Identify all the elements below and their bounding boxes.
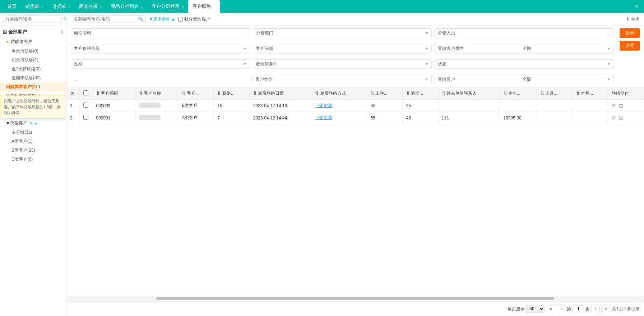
sidebar-search-input[interactable] (3, 15, 62, 23)
table-settings-icon[interactable]: ⚙ (70, 91, 75, 96)
nav-customer-contact-close[interactable]: × (213, 4, 216, 9)
payment-field[interactable]: 收付款条件 ▼ (253, 59, 432, 69)
a-class-item[interactable]: A类客户(1) (3, 137, 66, 146)
retail-customer-field[interactable]: 零散客户 全部 ▼ (435, 75, 614, 84)
filter-bar: 🔍 ▼ 更多条件 ▲ 我分管的客户 ⬆ 导出 (66, 13, 644, 25)
window-close-button[interactable]: × (632, 3, 641, 10)
nav-product-analysis-close[interactable]: × (100, 4, 102, 9)
col-last-month[interactable]: ⇅ 上月... (537, 88, 572, 100)
row2-last-method[interactable]: 下销货单 (311, 112, 367, 124)
repurchase-info-icon[interactable]: ℹ (38, 85, 40, 89)
week-contact-item[interactable]: 近7天待联络(0) (3, 65, 66, 74)
collapse-icon[interactable]: 《 (59, 29, 63, 35)
customer-type-field[interactable]: 客户类型 ▼ (252, 75, 431, 84)
col-settings[interactable]: ⚙ (66, 88, 79, 100)
customer-type-arrow-icon: ▼ (425, 77, 428, 81)
nav-customer-contact[interactable]: 客户联络 × (188, 0, 220, 13)
nav-customer-segment-close[interactable]: × (182, 4, 184, 9)
nav-product-list-close[interactable]: × (141, 4, 143, 9)
page-suffix: 页 (585, 306, 590, 312)
value-customer-title[interactable]: ▼ 价值客户 ✎ + (3, 118, 66, 128)
col-uncontact[interactable]: ⇅ 未联... (367, 88, 402, 100)
pending-contact-title[interactable]: ▼ 待联络客户 (3, 37, 66, 47)
tomorrow-contact-item[interactable]: 明天待联络(1) (3, 56, 66, 65)
status-arrow-icon: ▼ (607, 62, 611, 66)
row1-checkbox[interactable] (79, 100, 92, 112)
page-number-input[interactable] (573, 305, 584, 312)
value-customer-add-icon[interactable]: + (34, 121, 37, 126)
my-customer-checkbox[interactable] (178, 17, 183, 22)
more-filter-button[interactable]: ▼ 更多条件 ▲ (149, 16, 175, 22)
row1-contact-count: 15 (214, 100, 249, 112)
price-level-arrow-icon: ▼ (243, 47, 247, 51)
customer-level-field[interactable]: 客户等级 ▼ (253, 44, 432, 53)
c-class-item[interactable]: C类客户(6) (3, 155, 66, 164)
nav-sales[interactable]: 销货单 × (21, 0, 48, 13)
col-unit-contact[interactable]: ⇅ 往来单位联系人 (438, 88, 500, 100)
retail-attr-field[interactable]: 零散客户属性 全部 ▼ (435, 44, 614, 53)
filter-search-input[interactable] (73, 16, 138, 22)
first-page-button[interactable]: « (547, 305, 555, 313)
ungrouped-item[interactable]: 未分组(32) (3, 128, 66, 137)
col-name[interactable]: ⇅ 客户名称 (135, 88, 178, 100)
row1-type: B类客户 (178, 100, 214, 112)
prev-page-button[interactable]: ‹ (557, 305, 565, 313)
row2-checkbox[interactable] (79, 112, 92, 124)
nav-product-analysis[interactable]: 商品分析 × (75, 0, 106, 13)
select-all-checkbox[interactable] (83, 90, 88, 95)
phone-label: 电话号码 (74, 30, 91, 36)
phone-input[interactable] (93, 31, 247, 36)
nav-purchase-close[interactable]: × (68, 4, 70, 9)
per-page-select[interactable]: 50 20 100 (526, 305, 545, 313)
price-level-field[interactable]: 客户价格等级 ▼ (71, 44, 250, 53)
scrollbar-thumb[interactable] (156, 297, 555, 300)
row2-contact-count: 7 (214, 112, 249, 124)
filter-search-icon[interactable]: 🔍 (138, 16, 143, 22)
nav-customer-segment[interactable]: 客户分层经营 × (147, 0, 188, 13)
export-button[interactable]: ⬆ 导出 (626, 16, 640, 22)
b-class-item[interactable]: B类客户(33) (3, 146, 66, 155)
sidebar-search-icon[interactable]: 🔍 (63, 16, 66, 22)
col-overdue[interactable]: ⇅ 逾期... (402, 88, 438, 100)
col-last-method[interactable]: ⇅ 最后联络方式 (311, 88, 367, 100)
my-customer-checkbox-area[interactable]: 我分管的客户 (178, 16, 210, 22)
row2-index: 2 (66, 112, 79, 124)
col-year[interactable]: ⇅ 本年... (500, 88, 537, 100)
last-page-button[interactable]: » (601, 305, 610, 313)
repurchase-abnormal-item[interactable]: 回购异常客户(2) ℹ (0, 82, 66, 91)
pagination-bar: 每页显示 50 20 100 « ‹ 第 页 › » 共1页 2条记录 (66, 301, 644, 316)
row2-select-checkbox[interactable] (83, 115, 88, 120)
query-button[interactable]: 查询 (620, 28, 640, 38)
row1-select-checkbox[interactable] (83, 103, 88, 108)
overdue-contact-item[interactable]: 逾期未联络(30) (3, 74, 66, 82)
horizontal-scrollbar[interactable] (71, 297, 640, 300)
dept-arrow-icon: ▼ (425, 31, 428, 35)
col-last-date[interactable]: ⇅ 最后联络日期 (249, 88, 311, 100)
col-contact-count[interactable]: ⇅ 联络... (214, 88, 249, 100)
col-code[interactable]: ⇅ 客户编码 (92, 88, 135, 100)
row2-more-icon[interactable]: ⊞ (619, 115, 623, 121)
row1-method-link[interactable]: 下销货单 (315, 103, 332, 108)
nav-product-list[interactable]: 商品分析列表 × (106, 0, 147, 13)
value-customer-edit-icon[interactable]: ✎ (29, 121, 33, 126)
dept-field[interactable]: 分管部门 ▼ (253, 28, 432, 38)
row1-more-icon[interactable]: ⊞ (619, 103, 623, 109)
col-actions: 联络动作 (608, 88, 644, 100)
all-customers-item[interactable]: ⊞ 全部客户 《 (0, 27, 66, 37)
col-checkbox[interactable] (79, 88, 92, 100)
gender-field[interactable]: 性别 ▼ (71, 59, 250, 69)
row2-method-link[interactable]: 下销货单 (315, 115, 332, 120)
nav-purchase[interactable]: 进货单 × (48, 0, 75, 13)
next-page-button[interactable]: › (591, 305, 600, 313)
row2-contact-icon[interactable]: ⟳ (612, 115, 616, 121)
row1-last-method[interactable]: 下销货单 (311, 100, 367, 112)
nav-sales-close[interactable]: × (41, 4, 43, 9)
col-type[interactable]: ⇅ 客户... (178, 88, 214, 100)
status-field[interactable]: 状态 ▼ (435, 59, 614, 69)
person-dots[interactable]: ... (607, 31, 611, 36)
settings-button[interactable]: 设置 (620, 41, 640, 51)
row1-contact-icon[interactable]: ⟳ (612, 103, 616, 109)
today-contact-item[interactable]: 今天待联络(0) (3, 47, 66, 56)
nav-home[interactable]: 首页 (3, 0, 21, 13)
col-this-month[interactable]: ⇅ 本月... (572, 88, 608, 100)
